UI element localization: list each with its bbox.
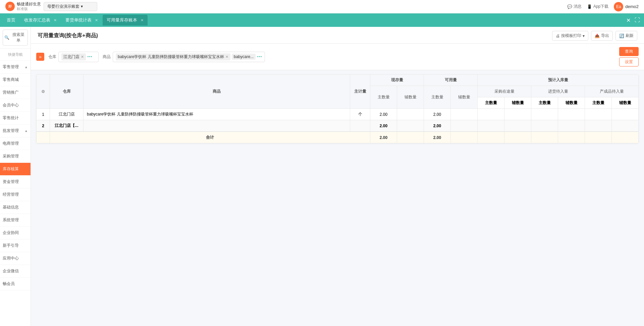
footer-inbound-aux [558, 132, 585, 143]
row2-warehouse: 江北门店【... [50, 120, 84, 132]
sidebar-item-retail-stats[interactable]: 零售统计 [0, 112, 31, 125]
warehouse-filter-label: 仓库 [48, 54, 56, 60]
search-menu-label: 搜索菜单 [11, 32, 26, 43]
logo-icon: 好 [5, 2, 15, 11]
warehouse-tag: 江北门店 ✕ [61, 53, 86, 60]
sidebar-item-purchase-mgmt[interactable]: 采购管理 [0, 150, 31, 163]
table-row: 2 江北门店【... 2.00 2.00 [37, 120, 639, 132]
sidebar-item-basic-info[interactable]: 基础信息 [0, 201, 31, 214]
sidebar-item-app-center-label: 应用中心 [3, 255, 19, 261]
message-action[interactable]: 💬 消息 [567, 4, 582, 9]
footer-current-aux [397, 132, 424, 143]
filter-expand-button[interactable]: » [36, 53, 44, 61]
sidebar-item-app-center[interactable]: 应用中心 [0, 252, 31, 265]
table-container: ⚙ 仓库 商品 主计量 现存量 可用量 预计入库量 主数量 辅数量 主数量 辅数… [31, 70, 644, 326]
row1-current-aux [397, 109, 424, 120]
user-area[interactable]: Ea demo2 [614, 2, 639, 11]
page-title: 可用量查询(按仓库+商品) [38, 32, 98, 39]
row1-inbound-aux [558, 109, 585, 120]
th-settings-icon: ⚙ [37, 75, 50, 109]
search-menu-button[interactable]: 🔍 搜索菜单 [3, 30, 28, 46]
product-tag-2-text: babycare... [234, 54, 254, 59]
export-label: 导出 [601, 33, 609, 39]
sidebar-item-operations-mgmt[interactable]: 经营管理 [0, 188, 31, 201]
row2-purchase-aux [504, 120, 531, 132]
settings-icon[interactable]: ⚙ [41, 89, 45, 94]
tab-receipts-summary-close[interactable]: ✕ [54, 18, 57, 22]
content-area: 可用量查询(按仓库+商品) 🖨 按模板打印 ▾ 📤 导出 🔄 刷新 » [31, 27, 644, 326]
tab-order-stats[interactable]: 要货单统计表 ✕ [61, 15, 102, 26]
table-footer-row: 合计 2.00 2.00 [37, 132, 639, 143]
data-table: ⚙ 仓库 商品 主计量 现存量 可用量 预计入库量 主数量 辅数量 主数量 辅数… [36, 74, 639, 143]
row1-production-aux [612, 109, 639, 120]
expand-icon[interactable]: ⛶ [633, 16, 641, 25]
row1-product: babycare学饮杯 儿童防摔防撞吸管杯重力球吸嘴杯宝宝水杯 [84, 109, 350, 120]
th-inbound-aux: 辅数量 [558, 97, 585, 109]
sidebar-item-retail-shop[interactable]: 零售商城 [0, 74, 31, 86]
sidebar-item-wholesale-mgmt[interactable]: 批发管理 ▲ [0, 125, 31, 137]
print-template-button[interactable]: 🖨 按模板打印 ▾ [552, 31, 588, 41]
filter-area: » 仓库 江北门店 ✕ ··· 商品 babycare学饮杯 儿童防摔防撞吸管杯… [31, 44, 644, 70]
sidebar-item-ecom-mgmt[interactable]: 电商管理 [0, 137, 31, 150]
chevron-icon-wholesale: ▲ [24, 129, 28, 133]
sidebar-item-member-center[interactable]: 会员中心 [0, 99, 31, 112]
top-bar-right: 💬 消息 📱 App下载 Ea demo2 [567, 2, 639, 11]
row2-available-main: 2.00 [424, 120, 451, 132]
sidebar-item-system-mgmt[interactable]: 系统管理 [0, 214, 31, 227]
industry-selector[interactable]: 母婴行业演示账套 ▾ [44, 2, 97, 11]
sidebar-item-inventory-check-label: 库存核算 [3, 166, 19, 172]
sidebar-item-enterprise-wechat[interactable]: 企业微信 [0, 265, 31, 278]
user-name: demo2 [625, 4, 639, 9]
th-in-transit: 预计入库量 [478, 75, 639, 86]
row2-production-main [585, 120, 612, 132]
sidebar-item-inventory-check[interactable]: 库存核算 [0, 163, 31, 176]
app-download-icon: 📱 [587, 4, 592, 9]
product-filter-more[interactable]: ··· [257, 53, 262, 60]
settings-button[interactable]: 设置 [619, 57, 639, 66]
footer-available-main: 2.00 [424, 132, 451, 143]
top-bar-left: 好 畅捷通好生意 标准版 母婴行业演示账套 ▾ [5, 2, 97, 11]
row1-available-aux [451, 109, 478, 120]
message-label: 消息 [574, 4, 582, 9]
tab-order-stats-close[interactable]: ✕ [95, 18, 98, 22]
sidebar-item-vip-member[interactable]: 畅会员 [0, 278, 31, 290]
main-layout: 🔍 搜索菜单 快捷导航 零售管理 ▲ 零售商城 营销推广 会员中心 零售统计 批… [0, 27, 644, 326]
footer-purchase-main [478, 132, 504, 143]
sidebar-item-marketing[interactable]: 营销推广 [0, 86, 31, 99]
footer-purchase-aux [504, 132, 531, 143]
sidebar: 🔍 搜索菜单 快捷导航 零售管理 ▲ 零售商城 营销推广 会员中心 零售统计 批… [0, 27, 31, 326]
sidebar-item-finance-mgmt[interactable]: 资金管理 [0, 176, 31, 188]
avatar: Ea [614, 2, 623, 11]
warehouse-filter-more[interactable]: ··· [87, 53, 92, 60]
product-tag-1-remove[interactable]: ✕ [225, 55, 228, 59]
filter-actions: 查询 设置 [619, 47, 639, 66]
app-download-action[interactable]: 📱 App下载 [587, 4, 608, 9]
tab-available-stock-close[interactable]: ✕ [141, 18, 144, 22]
query-button[interactable]: 查询 [619, 47, 639, 56]
tab-receipts-summary[interactable]: 收发存汇总表 ✕ [20, 15, 61, 26]
sidebar-item-retail-mgmt[interactable]: 零售管理 ▲ [0, 61, 31, 74]
chevron-icon: ▲ [24, 65, 28, 69]
product-filter-input[interactable]: babycare学饮杯 儿童防摔防撞吸管杯重力球吸嘴杯宝宝水杯 ✕ babyca… [113, 52, 265, 62]
close-window-icon[interactable]: ✕ [625, 16, 632, 25]
footer-available-aux [451, 132, 478, 143]
row2-current-main: 2.00 [370, 120, 397, 132]
tab-available-stock[interactable]: 可用量库存账本 ✕ [103, 15, 148, 26]
refresh-button[interactable]: 🔄 刷新 [615, 31, 637, 41]
row1-warehouse: 江北门店 [50, 109, 84, 120]
sidebar-item-quick-nav: 快捷导航 [0, 49, 31, 61]
row2-unit [350, 120, 370, 132]
sidebar-item-finance-mgmt-label: 资金管理 [3, 179, 19, 185]
th-inbound-pending: 进货待入量 [531, 86, 585, 97]
sidebar-item-new-guide[interactable]: 新手引导 [0, 239, 31, 252]
th-available-aux: 辅数量 [451, 86, 478, 109]
warehouse-tag-remove[interactable]: ✕ [81, 55, 84, 59]
row2-product [84, 120, 350, 132]
footer-empty [37, 132, 50, 143]
th-production-aux: 辅数量 [612, 97, 639, 109]
warehouse-filter-input[interactable]: 江北门店 ✕ ··· [58, 52, 99, 62]
sidebar-item-enterprise-collab[interactable]: 企业协同 [0, 227, 31, 239]
tab-home[interactable]: 首页 [3, 15, 19, 26]
sidebar-item-operations-mgmt-label: 经营管理 [3, 192, 19, 197]
export-button[interactable]: 📤 导出 [591, 31, 613, 41]
